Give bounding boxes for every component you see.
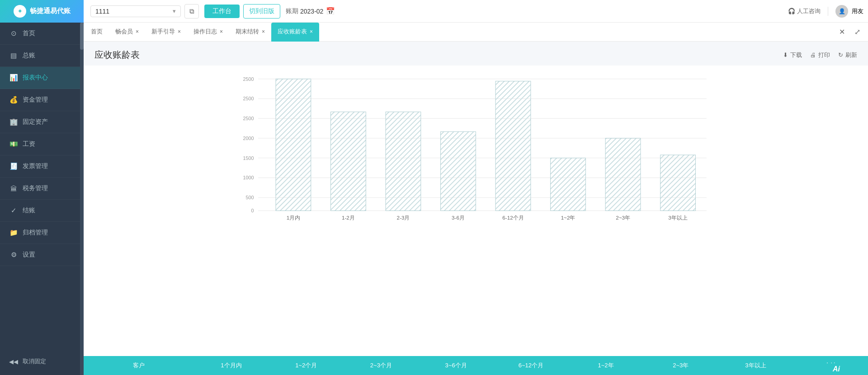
sidebar-label-home: 首页 bbox=[23, 29, 35, 38]
bar-1-2月 bbox=[331, 112, 366, 211]
sidebar-label-salary: 工资 bbox=[23, 140, 35, 148]
period-area: 账期 2023-02 📅 bbox=[286, 7, 335, 15]
svg-text:1-2月: 1-2月 bbox=[342, 215, 355, 220]
switch-old-button[interactable]: 切到旧版 bbox=[243, 4, 280, 19]
svg-text:6-12个月: 6-12个月 bbox=[502, 215, 524, 220]
sidebar-item-ledger[interactable]: ▤ 总账 bbox=[0, 45, 84, 67]
tab-label-oplog: 操作日志 bbox=[193, 28, 217, 36]
sidebar-label-archive: 归档管理 bbox=[23, 229, 48, 237]
logo-icon: ✦ bbox=[14, 5, 26, 18]
company-selector[interactable]: 1111 ▾ bbox=[90, 5, 181, 17]
sidebar-icon-tax: 🏛 bbox=[9, 184, 18, 193]
sidebar-label-ledger: 总账 bbox=[23, 52, 35, 60]
sidebar-label-finance: 资金管理 bbox=[23, 96, 48, 104]
tab-period_end[interactable]: 期末结转× bbox=[229, 23, 271, 42]
svg-text:1500: 1500 bbox=[243, 155, 254, 161]
calendar-icon[interactable]: 📅 bbox=[326, 7, 335, 15]
download-icon: ⬇ bbox=[783, 52, 788, 58]
tab-label-member: 畅会员 bbox=[115, 28, 133, 36]
sidebar-item-archive[interactable]: 📁 归档管理 bbox=[0, 222, 84, 244]
svg-text:1000: 1000 bbox=[243, 175, 254, 180]
bar-3-6月 bbox=[441, 131, 476, 211]
tab-member[interactable]: 畅会员× bbox=[109, 23, 145, 42]
user-area[interactable]: 👤 用友 bbox=[835, 5, 863, 18]
ai-label: Ai bbox=[833, 365, 840, 373]
bar-6-12月 bbox=[495, 81, 531, 211]
period-value: 2023-02 bbox=[300, 8, 323, 15]
sidebar-label-checkout: 结账 bbox=[23, 206, 35, 215]
table-header-col-3: 2~3个月 bbox=[344, 361, 419, 370]
sidebar-icon-finance: 💰 bbox=[9, 95, 18, 104]
bar-1-2年 bbox=[551, 158, 586, 211]
sidebar-label-invoice: 发票管理 bbox=[23, 162, 48, 170]
print-button[interactable]: 🖨 打印 bbox=[810, 51, 830, 59]
tab-close-oplog[interactable]: × bbox=[220, 28, 223, 35]
svg-text:2500: 2500 bbox=[243, 96, 254, 101]
download-button[interactable]: ⬇ 下载 bbox=[783, 51, 802, 59]
tab-actions: ✕ ⤢ bbox=[835, 26, 863, 38]
sidebar-scrollbar[interactable] bbox=[80, 23, 84, 375]
sidebar-icon-settings: ⚙ bbox=[9, 250, 18, 259]
table-header: 客户1个月内1~2个月2~3个月3~6个月6~12个月1~2年2~3年3年以上合… bbox=[84, 356, 868, 375]
sidebar-item-assets[interactable]: 🏢 固定资产 bbox=[0, 111, 84, 133]
sidebar-icon-reports: 📊 bbox=[9, 73, 18, 82]
sidebar-item-salary[interactable]: 💵 工资 bbox=[0, 133, 84, 155]
cancel-fixed-button[interactable]: ◀◀ 取消固定 bbox=[0, 352, 84, 370]
copy-button[interactable]: ⧉ bbox=[184, 4, 199, 19]
sidebar-item-settings[interactable]: ⚙ 设置 bbox=[0, 244, 84, 266]
tab-close-member[interactable]: × bbox=[136, 28, 139, 35]
download-label: 下载 bbox=[790, 51, 802, 59]
sidebar-nav: ⊙ 首页 ▤ 总账 📊 报表中心 💰 资金管理 🏢 固定资产 💵 工资 🧾 发票… bbox=[0, 23, 84, 266]
refresh-button[interactable]: ↻ 刷新 bbox=[838, 51, 857, 59]
service-link[interactable]: 🎧 人工咨询 bbox=[786, 7, 821, 15]
chevron-down-icon: ▾ bbox=[173, 8, 176, 14]
svg-text:0: 0 bbox=[251, 208, 254, 213]
tab-close-aging[interactable]: × bbox=[310, 28, 313, 35]
tab-guide[interactable]: 新手引导× bbox=[145, 23, 187, 42]
tab-home[interactable]: 首页 bbox=[88, 23, 109, 42]
tab-close-guide[interactable]: × bbox=[178, 28, 181, 35]
print-icon: 🖨 bbox=[810, 52, 816, 58]
avatar: 👤 bbox=[835, 5, 848, 18]
table-header-col-7: 2~3年 bbox=[643, 361, 718, 370]
page-title: 应收账龄表 bbox=[94, 49, 140, 61]
tab-label-aging: 应收账龄表 bbox=[278, 28, 307, 36]
tab-label-home: 首页 bbox=[91, 28, 103, 36]
table-header-col-6: 1~2年 bbox=[568, 361, 643, 370]
sidebar-label-assets: 固定资产 bbox=[23, 118, 48, 126]
svg-text:500: 500 bbox=[246, 195, 254, 200]
svg-text:3年以上: 3年以上 bbox=[668, 215, 687, 220]
sidebar-icon-salary: 💵 bbox=[9, 140, 18, 149]
workbench-button[interactable]: 工作台 bbox=[204, 5, 240, 18]
sidebar-icon-assets: 🏢 bbox=[9, 117, 18, 127]
header-right: 🎧 人工咨询 👤 用友 bbox=[786, 5, 863, 18]
app-name: 畅捷通易代账 bbox=[30, 7, 71, 15]
sidebar-item-finance[interactable]: 💰 资金管理 bbox=[0, 89, 84, 111]
sidebar-item-home[interactable]: ⊙ 首页 bbox=[0, 23, 84, 45]
close-tab-button[interactable]: ✕ bbox=[835, 26, 848, 38]
maximize-tab-button[interactable]: ⤢ bbox=[851, 26, 863, 38]
bar-1月内 bbox=[276, 79, 311, 211]
sidebar-bottom: ◀◀ 取消固定 bbox=[0, 348, 84, 375]
tab-label-guide: 新手引导 bbox=[151, 28, 175, 36]
tab-aging[interactable]: 应收账龄表× bbox=[271, 23, 319, 42]
sidebar-item-tax[interactable]: 🏛 税务管理 bbox=[0, 178, 84, 200]
tab-close-period_end[interactable]: × bbox=[262, 28, 265, 35]
sidebar-icon-archive: 📁 bbox=[9, 228, 18, 237]
sidebar-item-reports[interactable]: 📊 报表中心 bbox=[0, 67, 84, 89]
logo: ✦ 畅捷通易代账 bbox=[0, 0, 84, 23]
cancel-fixed-label: 取消固定 bbox=[23, 357, 46, 366]
refresh-icon: ↻ bbox=[838, 52, 843, 58]
sidebar-item-invoice[interactable]: 🧾 发票管理 bbox=[0, 155, 84, 178]
table-header-col-1: 1个月内 bbox=[194, 361, 269, 370]
sidebar-icon-checkout: ✓ bbox=[9, 206, 18, 215]
user-name: 用友 bbox=[852, 7, 863, 15]
svg-text:1~2年: 1~2年 bbox=[561, 215, 576, 220]
chart-container: 2500 2500 2500 2000 1500 1000 500 0 bbox=[84, 66, 868, 356]
sidebar: ⊙ 首页 ▤ 总账 📊 报表中心 💰 资金管理 🏢 固定资产 💵 工资 🧾 发票… bbox=[0, 23, 84, 375]
sidebar-item-checkout[interactable]: ✓ 结账 bbox=[0, 200, 84, 222]
bar-2-3年 bbox=[605, 138, 641, 211]
tab-oplog[interactable]: 操作日志× bbox=[187, 23, 229, 42]
table-header-col-8: 3年以上 bbox=[718, 361, 793, 370]
sidebar-label-reports: 报表中心 bbox=[23, 74, 48, 82]
